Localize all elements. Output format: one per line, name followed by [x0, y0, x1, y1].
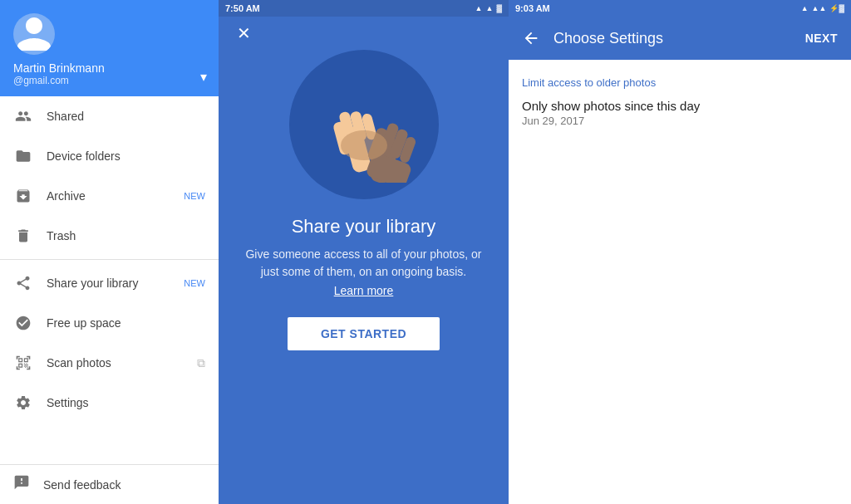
share-dialog-description: Give someone access to all of your photo… [219, 237, 509, 281]
next-button[interactable]: NEXT [805, 32, 838, 45]
header-title: Choose Settings [553, 30, 805, 47]
svg-point-11 [341, 130, 387, 160]
right-signal-icon: ▲▲ [812, 4, 827, 12]
free-space-icon [13, 313, 33, 333]
feedback-icon [13, 474, 30, 495]
get-started-button[interactable]: GET STARTED [288, 317, 440, 350]
dropdown-arrow-icon[interactable]: ▾ [200, 69, 207, 85]
dialog-close-button[interactable]: ✕ [230, 20, 257, 46]
shared-label: Shared [47, 110, 205, 123]
archive-badge: NEW [184, 191, 205, 201]
dialog-illustration [289, 50, 439, 199]
archive-label: Archive [47, 189, 184, 203]
settings-label: Settings [47, 396, 205, 409]
sidebar-item-device-folders[interactable]: Device folders [0, 136, 219, 176]
sidebar-item-archive[interactable]: Archive NEW [0, 176, 219, 216]
nav-items-list: Shared Device folders Archive NEW Trash [0, 96, 219, 464]
archive-icon [13, 186, 33, 206]
settings-option: Only show photos since this day Jun 29, … [522, 99, 838, 127]
sidebar-item-share-library[interactable]: Share your library NEW [0, 263, 219, 303]
sidebar-item-scan-photos[interactable]: Scan photos ⧉ [0, 343, 219, 383]
people-icon [13, 106, 33, 126]
dialog-status-icons: ▲ ▲ ▓ [475, 4, 502, 12]
settings-section-title: Limit access to older photos [522, 76, 838, 89]
send-feedback-label: Send feedback [43, 478, 121, 492]
user-name: Martin Brinkmann [13, 61, 205, 75]
nav-divider [0, 259, 219, 260]
dialog-status-time: 7:50 AM [225, 3, 475, 13]
free-space-label: Free up space [47, 316, 205, 330]
sidebar-item-settings[interactable]: Settings [0, 383, 219, 423]
right-status-time: 9:03 AM [515, 3, 801, 13]
sidebar-item-trash[interactable]: Trash [0, 216, 219, 256]
settings-icon [13, 393, 33, 413]
share-library-dialog: 7:50 AM ▲ ▲ ▓ ✕ [219, 0, 509, 504]
sidebar-item-free-space[interactable]: Free up space [0, 303, 219, 343]
right-panel: 9:03 AM ▲ ▲▲ ⚡▓ Choose Settings NEXT Lim… [509, 0, 851, 504]
right-content: Limit access to older photos Only show p… [509, 60, 851, 504]
user-header[interactable]: Martin Brinkmann @gmail.com ▾ [0, 0, 219, 96]
sidebar-item-shared[interactable]: Shared [0, 96, 219, 136]
middle-panel: Albums 7:50 AM ▲ ▲ ▓ ✕ [219, 0, 509, 504]
learn-more-link[interactable]: Learn more [334, 284, 394, 297]
back-button[interactable] [522, 29, 540, 47]
dialog-status-bar: 7:50 AM ▲ ▲ ▓ [219, 0, 509, 17]
signal-icon: ▲ [486, 4, 494, 12]
external-link-icon: ⧉ [197, 356, 205, 370]
avatar [13, 13, 55, 55]
settings-option-date: Jun 29, 2017 [522, 115, 838, 127]
trash-label: Trash [47, 229, 205, 242]
battery-icon: ▓ [496, 4, 502, 12]
scan-photos-label: Scan photos [47, 356, 197, 369]
share-dialog-title: Share your library [292, 216, 436, 237]
settings-option-label: Only show photos since this day [522, 99, 838, 113]
avatar-icon [13, 13, 55, 55]
share-library-label: Share your library [47, 276, 184, 290]
device-folders-label: Device folders [47, 149, 205, 163]
folder-icon [13, 146, 33, 166]
left-navigation-drawer: Martin Brinkmann @gmail.com ▾ Shared Dev… [0, 0, 219, 504]
holding-hands-illustration [306, 66, 422, 183]
right-status-icons: ▲ ▲▲ ⚡▓ [801, 4, 844, 12]
delete-icon [13, 226, 33, 246]
send-feedback-item[interactable]: Send feedback [0, 464, 219, 504]
share-library-icon [13, 273, 33, 293]
scan-icon [13, 353, 33, 373]
right-wifi-icon: ▲ [801, 4, 809, 12]
right-battery-icon: ⚡▓ [829, 4, 844, 12]
right-header: Choose Settings NEXT [509, 17, 851, 60]
wifi-icon: ▲ [475, 4, 483, 12]
right-status-bar: 9:03 AM ▲ ▲▲ ⚡▓ [509, 0, 851, 17]
share-library-badge: NEW [184, 278, 205, 288]
user-email: @gmail.com [13, 75, 205, 86]
